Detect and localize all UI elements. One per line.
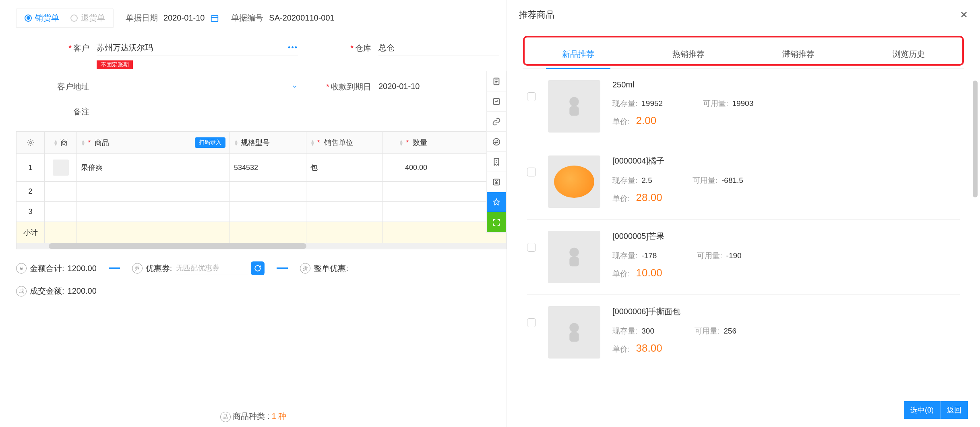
doc-date-value[interactable]: 2020-01-10 (163, 13, 205, 23)
account-period-badge-row: 不固定账期 (97, 59, 298, 69)
toolbar-expand-button[interactable] (487, 212, 506, 232)
close-icon[interactable]: ✕ (960, 9, 968, 21)
cell-product[interactable] (77, 182, 230, 201)
stock-label: 现存量: (612, 327, 637, 335)
duedate-field[interactable]: 2020-01-10 (378, 79, 499, 94)
placeholder-icon (560, 92, 588, 120)
toolbar-chart-button[interactable] (487, 91, 506, 112)
toolbar-star-button[interactable] (487, 192, 506, 212)
calendar-icon[interactable] (210, 14, 219, 23)
select-button[interactable]: 选中(0) (904, 401, 940, 419)
cell-spec[interactable] (230, 202, 306, 222)
item-checkbox[interactable] (527, 92, 536, 101)
th-settings[interactable] (17, 132, 45, 153)
toolbar-yen-button[interactable] (487, 172, 506, 192)
swap-icon (492, 137, 501, 146)
item-price: 单价: 38.00 (612, 342, 960, 354)
radio-label: 销货单 (35, 12, 59, 23)
yen-icon (492, 178, 501, 187)
duedate-label: *收款到期日 (298, 81, 378, 92)
avail-value: 256 (724, 327, 736, 335)
radio-label: 退货单 (81, 12, 105, 23)
cell-index: 1 (17, 154, 45, 181)
back-button[interactable]: 返回 (940, 401, 968, 419)
price-label: 单价: (612, 269, 630, 278)
toolbar-doc-button[interactable] (487, 71, 506, 91)
avail-label: 可用量: (703, 99, 728, 108)
star-icon (492, 198, 501, 207)
horizontal-scrollbar[interactable] (17, 243, 506, 249)
tab-hot[interactable]: 热销推荐 (633, 38, 744, 68)
customer-lookup-icon[interactable]: ••• (288, 44, 298, 52)
customer-value: 苏州万达沃尔玛 (97, 42, 153, 53)
warehouse-field[interactable]: 总仓 (378, 40, 499, 56)
radio-return-order[interactable]: 退货单 (70, 12, 105, 23)
th-qty[interactable]: ▲▼ *数量 (383, 132, 431, 153)
refresh-icon (254, 265, 261, 272)
cell-product[interactable]: 果倍爽 (77, 154, 230, 181)
tab-history[interactable]: 浏览历史 (854, 38, 964, 68)
toolbar-link-button[interactable] (487, 112, 506, 132)
receipt-icon (492, 158, 501, 166)
item-name: [0000005]芒果 (612, 231, 960, 242)
tab-new[interactable]: 新品推荐 (523, 38, 633, 68)
radio-sales-order[interactable]: 销货单 (25, 12, 59, 23)
th-spec[interactable]: ▲▼ 规格型号 (230, 132, 306, 153)
product-thumb (53, 160, 69, 176)
item-image (548, 231, 600, 283)
svg-rect-0 (211, 15, 218, 21)
cell-unit[interactable] (306, 202, 383, 222)
item-price: 单价: 28.00 (612, 191, 960, 204)
coupon-refresh-button[interactable] (251, 261, 265, 275)
cell-unit[interactable]: 包 (306, 154, 383, 181)
table-row[interactable]: 1 果倍爽 534532 包 400.00 (17, 154, 506, 182)
stock-label: 现存量: (612, 176, 637, 184)
cell-unit[interactable] (306, 182, 383, 201)
stock-value: 19952 (641, 99, 663, 108)
cell-qty[interactable] (383, 182, 431, 201)
svg-rect-9 (569, 257, 579, 266)
table-row[interactable]: 2 (17, 182, 506, 202)
item-stats: 现存量:300 可用量:256 (612, 326, 960, 336)
cell-image (45, 182, 77, 201)
table-row[interactable]: 3 (17, 202, 506, 222)
cell-qty[interactable] (383, 202, 431, 222)
scrollbar-thumb[interactable] (49, 243, 306, 249)
chart-icon (492, 97, 501, 106)
item-checkbox[interactable] (527, 318, 536, 327)
th-unit[interactable]: ▲▼ *销售单位 (306, 132, 383, 153)
th-image[interactable]: ▲▼ 商 (45, 132, 77, 153)
customer-field[interactable]: 苏州万达沃尔玛 ••• (97, 40, 298, 56)
svg-point-4 (493, 138, 500, 145)
toolbar-swap-button[interactable] (487, 132, 506, 152)
item-checkbox[interactable] (527, 168, 536, 176)
th-product[interactable]: ▲▼ *商品 扫码录入 (77, 132, 230, 153)
placeholder-icon (560, 318, 588, 346)
cell-spec[interactable] (230, 182, 306, 201)
chevron-down-icon[interactable] (292, 83, 298, 90)
recommend-tabs: 新品推荐 热销推荐 滞销推荐 浏览历史 (523, 38, 964, 69)
scan-input-button[interactable]: 扫码录入 (195, 137, 225, 148)
deal-amount: 成 成交金额: 1200.00 (16, 286, 97, 296)
variety-icon: 品 (220, 412, 231, 422)
price-label: 单价: (612, 194, 630, 203)
recommend-item: 250ml 现存量:19952 可用量:19903 单价: 2.00 (527, 69, 960, 144)
item-image (548, 306, 600, 359)
product-image (554, 166, 594, 198)
price-label: 单价: (612, 345, 630, 353)
stock-value: 300 (641, 327, 654, 335)
coupon-input[interactable] (175, 262, 248, 274)
vertical-scrollbar[interactable] (973, 81, 978, 197)
cell-product[interactable] (77, 202, 230, 222)
form-grid: *客户 苏州万达沃尔玛 ••• *仓库 总仓 不固定账期 客户地址 *收款到期日 (16, 40, 507, 119)
address-field[interactable] (97, 79, 298, 94)
cell-qty[interactable]: 400.00 (383, 154, 431, 181)
cell-spec[interactable]: 534532 (230, 154, 306, 181)
stock-value: 2.5 (641, 176, 652, 184)
remark-field[interactable] (97, 104, 499, 119)
item-price: 单价: 2.00 (612, 114, 960, 127)
tab-slow[interactable]: 滞销推荐 (744, 38, 854, 68)
recommend-list[interactable]: 250ml 现存量:19952 可用量:19903 单价: 2.00 [0000… (507, 69, 980, 427)
toolbar-receipt-button[interactable] (487, 152, 506, 172)
item-checkbox[interactable] (527, 243, 536, 252)
